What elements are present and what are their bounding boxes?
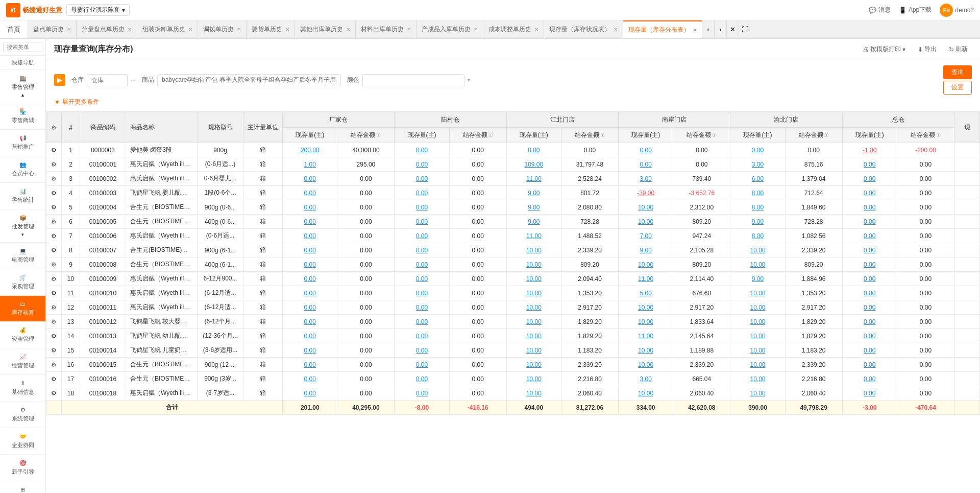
sidebar-item-apps[interactable]: ⊞ 应用中心: [0, 481, 45, 493]
row-cf-qty[interactable]: 0.00: [283, 343, 337, 358]
row-yb-qty[interactable]: 10.00: [730, 343, 785, 358]
row-yb-qty[interactable]: 10.00: [730, 386, 785, 401]
row-total-qty[interactable]: 0.00: [842, 315, 897, 329]
row-cf-qty[interactable]: 0.00: [283, 386, 337, 401]
sidebar-item-member[interactable]: 👥 会员中心: [0, 156, 45, 183]
tab-next-btn[interactable]: ›: [715, 20, 727, 39]
row-settings[interactable]: ⚙: [46, 200, 62, 215]
sidebar-item-operations[interactable]: 📈 经营管理: [0, 348, 45, 375]
row-total-qty[interactable]: 0.00: [842, 343, 897, 358]
row-jb-qty[interactable]: 10.00: [506, 272, 561, 286]
row-na-qty[interactable]: 11.00: [618, 329, 673, 343]
row-settings[interactable]: ⚙: [46, 372, 62, 386]
tab-6-close[interactable]: ✕: [346, 27, 350, 32]
row-settings[interactable]: ⚙: [46, 358, 62, 372]
row-yb-qty[interactable]: 10.00: [730, 243, 785, 257]
sidebar-item-purchase[interactable]: 🛒 采购管理: [0, 269, 45, 296]
row-jb-qty[interactable]: 10.00: [506, 300, 561, 315]
row-jb-qty[interactable]: 0.00: [506, 143, 561, 157]
row-lc-qty[interactable]: 0.00: [395, 186, 449, 200]
row-jb-qty[interactable]: 9.00: [506, 200, 561, 215]
row-total-qty[interactable]: 0.00: [842, 372, 897, 386]
row-na-qty[interactable]: 10.00: [618, 200, 673, 215]
row-na-qty[interactable]: -39.00: [618, 186, 673, 200]
user-area[interactable]: Ea demo2: [940, 4, 974, 17]
row-yb-qty[interactable]: 0.00: [730, 143, 785, 157]
row-cf-qty[interactable]: 0.00: [283, 243, 337, 257]
row-na-qty[interactable]: 5.00: [618, 286, 673, 300]
row-jb-qty[interactable]: 10.00: [506, 315, 561, 329]
tab-11-active[interactable]: 现存量（库存分布表） ✕: [623, 20, 702, 39]
app-download-btn[interactable]: 📱 App下载: [899, 6, 932, 14]
row-yb-qty[interactable]: 10.00: [730, 257, 785, 272]
row-cf-qty[interactable]: 0.00: [283, 172, 337, 186]
row-total-qty[interactable]: 0.00: [842, 200, 897, 215]
row-na-qty[interactable]: 0.00: [618, 157, 673, 172]
tab-8-close[interactable]: ✕: [474, 27, 478, 32]
row-jb-qty[interactable]: 10.00: [506, 372, 561, 386]
warehouse-input[interactable]: [87, 74, 128, 86]
row-yb-qty[interactable]: 10.00: [730, 300, 785, 315]
row-cf-qty[interactable]: 0.00: [283, 358, 337, 372]
row-settings[interactable]: ⚙: [46, 186, 62, 200]
row-lc-qty[interactable]: 0.00: [395, 329, 449, 343]
row-total-qty[interactable]: 0.00: [842, 386, 897, 401]
row-yb-qty[interactable]: 6.00: [730, 172, 785, 186]
row-cf-qty[interactable]: 0.00: [283, 229, 337, 243]
row-jb-qty[interactable]: 10.00: [506, 243, 561, 257]
row-yb-qty[interactable]: 9.00: [730, 272, 785, 286]
row-jb-qty[interactable]: 10.00: [506, 329, 561, 343]
row-yb-qty[interactable]: 10.00: [730, 315, 785, 329]
row-yb-qty[interactable]: 9.00: [730, 215, 785, 229]
row-jb-qty[interactable]: 11.00: [506, 172, 561, 186]
row-total-qty[interactable]: 0.00: [842, 272, 897, 286]
tab-home[interactable]: 首页: [0, 20, 28, 39]
tab-4[interactable]: 调拨单历史 ✕: [198, 20, 247, 39]
sidebar-item-finance[interactable]: 💰 资金管理: [0, 322, 45, 348]
row-total-qty[interactable]: 0.00: [842, 157, 897, 172]
row-total-qty[interactable]: 0.00: [842, 358, 897, 372]
row-na-qty[interactable]: 7.00: [618, 229, 673, 243]
row-settings[interactable]: ⚙: [46, 172, 62, 186]
row-settings[interactable]: ⚙: [46, 257, 62, 272]
row-jb-qty[interactable]: 11.00: [506, 229, 561, 243]
sidebar-item-guide[interactable]: 🎯 新手引导: [0, 455, 45, 481]
row-lc-qty[interactable]: 0.00: [395, 343, 449, 358]
sidebar-item-collab[interactable]: 🤝 企业协同: [0, 428, 45, 455]
row-na-qty[interactable]: 11.00: [618, 272, 673, 286]
row-yb-qty[interactable]: 8.00: [730, 200, 785, 215]
row-cf-qty[interactable]: 0.00: [283, 186, 337, 200]
row-jb-qty[interactable]: 10.00: [506, 343, 561, 358]
row-na-qty[interactable]: 10.00: [618, 315, 673, 329]
export-btn[interactable]: ⬇ 导出: [914, 43, 941, 56]
row-lc-qty[interactable]: 0.00: [395, 358, 449, 372]
row-lc-qty[interactable]: 0.00: [395, 157, 449, 172]
color-dropdown-icon[interactable]: ▾: [468, 77, 470, 83]
row-na-qty[interactable]: 3.00: [618, 372, 673, 386]
tab-10[interactable]: 现存量（库存状况表） ✕: [544, 20, 623, 39]
tab-3-close[interactable]: ✕: [188, 27, 192, 32]
message-btn[interactable]: 💬 消息: [869, 6, 891, 14]
row-lc-qty[interactable]: 0.00: [395, 215, 449, 229]
row-yb-qty[interactable]: 10.00: [730, 372, 785, 386]
row-na-qty[interactable]: 10.00: [618, 215, 673, 229]
row-settings[interactable]: ⚙: [46, 143, 62, 157]
tab-9-close[interactable]: ✕: [534, 27, 538, 32]
row-yb-qty[interactable]: 10.00: [730, 286, 785, 300]
row-lc-qty[interactable]: 0.00: [395, 172, 449, 186]
row-total-qty[interactable]: 0.00: [842, 186, 897, 200]
row-total-qty[interactable]: 0.00: [842, 286, 897, 300]
row-yb-qty[interactable]: 10.00: [730, 358, 785, 372]
row-cf-qty[interactable]: 0.00: [283, 329, 337, 343]
row-total-qty[interactable]: 0.00: [842, 229, 897, 243]
tab-2[interactable]: 分量盘点单历史 ✕: [77, 20, 137, 39]
row-total-qty[interactable]: 0.00: [842, 243, 897, 257]
row-cf-qty[interactable]: 0.00: [283, 272, 337, 286]
row-jb-qty[interactable]: 10.00: [506, 358, 561, 372]
row-cf-qty[interactable]: 0.00: [283, 300, 337, 315]
industry-select[interactable]: 母婴行业演示陈套 ▾: [66, 4, 130, 16]
goods-input[interactable]: [157, 74, 341, 86]
row-jb-qty[interactable]: 109.00: [506, 157, 561, 172]
row-settings[interactable]: ⚙: [46, 386, 62, 401]
row-jb-qty[interactable]: 10.00: [506, 386, 561, 401]
